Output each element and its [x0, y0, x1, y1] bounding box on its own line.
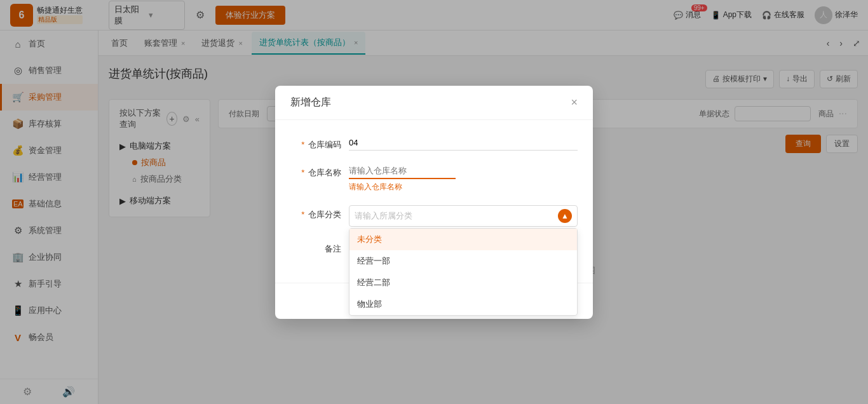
category-placeholder: 请输入所属分类 [355, 210, 558, 222]
form-row-name-inner: * 仓库名称 [290, 163, 456, 179]
new-warehouse-modal: 新增仓库 × * 仓库编码 * 仓库名称 [275, 86, 593, 319]
modal-body: * 仓库编码 * 仓库名称 请输入仓库名称 [275, 120, 593, 283]
name-error-msg: 请输入仓库名称 [349, 182, 402, 191]
dropdown-item-dept2[interactable]: 经营二部 [349, 272, 577, 293]
name-error-row: 请输入仓库名称 [290, 182, 402, 192]
dropdown-item-dept1[interactable]: 经营一部 [349, 250, 577, 272]
modal-header: 新增仓库 × [275, 86, 593, 120]
category-dropdown[interactable]: 请输入所属分类 ▲ [349, 205, 578, 227]
form-row-name: * 仓库名称 请输入仓库名称 [290, 163, 578, 192]
category-dropdown-list: 未分类经营一部经营二部物业部 [349, 228, 578, 316]
modal-overlay[interactable]: 新增仓库 × * 仓库编码 * 仓库名称 [0, 0, 868, 404]
code-label: * 仓库编码 [290, 135, 341, 151]
category-label: * 仓库分类 [290, 205, 341, 220]
dropdown-item-dept3[interactable]: 物业部 [349, 293, 577, 315]
form-row-category: * 仓库分类 请输入所属分类 ▲ 未分类经营一部经营二部物业部 [290, 205, 578, 227]
name-input[interactable] [349, 163, 456, 179]
modal-close-button[interactable]: × [571, 96, 578, 109]
code-input[interactable] [349, 135, 578, 151]
name-label: * 仓库名称 [290, 163, 341, 178]
dropdown-item-none[interactable]: 未分类 [349, 229, 577, 250]
category-dropdown-wrap: 请输入所属分类 ▲ 未分类经营一部经营二部物业部 [349, 205, 578, 227]
modal-title: 新增仓库 [290, 96, 331, 109]
remark-label: 备注 [290, 239, 341, 255]
form-row-code: * 仓库编码 [290, 135, 578, 151]
category-arrow-up-icon: ▲ [558, 209, 572, 223]
